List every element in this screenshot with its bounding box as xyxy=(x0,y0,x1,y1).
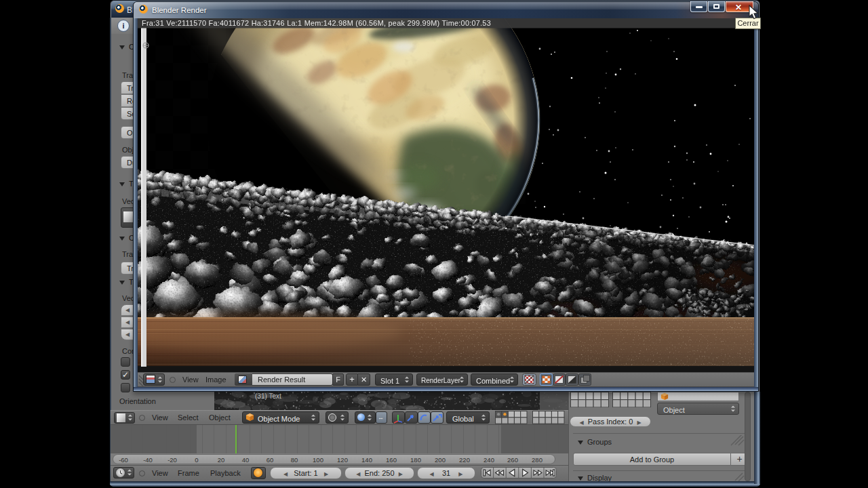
svg-text:Fra:31 Ve:2111570 Fa:4011672: Fra:31 Ve:2111570 Fa:4011672 Ha:31746 La… xyxy=(142,19,491,27)
